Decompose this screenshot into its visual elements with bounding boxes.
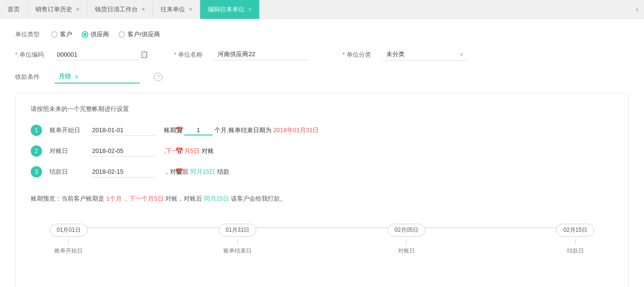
step-row-3: 3 结款日 📅 ，对账后 同月15日 结款: [31, 166, 613, 177]
radio-group: 客户 供应商 客户/供应商: [51, 30, 160, 39]
timeline-label-1: 账单开始日: [54, 247, 83, 255]
step-label-2: 对账日: [50, 147, 83, 155]
step-date-3[interactable]: 📅: [90, 166, 156, 177]
timeline-node-2: 01月31日 账单结束日: [219, 224, 257, 255]
timeline-pill-1: 01月01日: [50, 224, 88, 236]
step-label-1: 账单开始日: [50, 126, 83, 135]
preview-part3: 对账，对账后: [165, 195, 202, 202]
radio-supplier-circle: [82, 31, 88, 38]
radio-supplier[interactable]: 供应商: [82, 30, 109, 39]
tab-home[interactable]: 首页: [0, 0, 28, 19]
timeline-pill-4: 02月15日: [556, 224, 594, 236]
timeline: 01月01日 账单开始日 01月31日 账单结束日 02月05日 对账: [31, 214, 613, 274]
step-date-1[interactable]: 📅: [90, 125, 156, 136]
tab-cash-work-label: 钱货日清工作台: [95, 5, 138, 14]
radio-customer[interactable]: 客户: [51, 30, 72, 39]
unit-code-field[interactable]: 📋: [55, 49, 140, 60]
step-row-2: 2 对账日 📅 ,下一个月5日 对账: [31, 145, 613, 157]
step-date-input-3[interactable]: [90, 166, 173, 177]
tab-edit-partner-label: 编辑往来单位: [208, 5, 245, 14]
step-row-1: 1 账单开始日 📅 账期为 个月,账单结束日期为 2018年01月31日: [31, 125, 613, 136]
tab-edit-partner[interactable]: 编辑往来单位 ×: [200, 0, 260, 19]
unit-name-label: 单位名称: [174, 51, 203, 59]
step-desc-1: 账期为 个月,账单结束日期为 2018年01月31日: [164, 126, 319, 135]
tab-bar: 首页 销售订单历史 × 钱货日清工作台 × 往来单位 × 编辑往来单位 × ›: [0, 0, 644, 19]
unit-category-value: 未分类: [386, 50, 459, 59]
tab-partner[interactable]: 往来单位 ×: [153, 0, 200, 19]
step-desc-2: ,下一个月5日 对账: [164, 147, 214, 155]
month-input[interactable]: [184, 126, 212, 135]
radio-customer-circle: [51, 31, 58, 38]
timeline-tick-4: [575, 239, 576, 244]
unit-category-select[interactable]: 未分类 ∨: [382, 48, 467, 61]
tab-home-label: 首页: [8, 5, 20, 14]
payment-arrow: ∨: [75, 73, 79, 80]
tab-cash-work[interactable]: 钱货日清工作台 ×: [87, 0, 153, 19]
tab-expand-button[interactable]: ›: [630, 0, 644, 19]
payment-select[interactable]: 月结 ∨: [55, 70, 140, 84]
step-num-1: 1: [31, 125, 42, 136]
billing-card: 请按照未来的一个完整帐期进行设置 1 账单开始日 📅 账期为 个月,账单结束日期…: [15, 93, 629, 287]
radio-both[interactable]: 客户/供应商: [119, 30, 160, 39]
timeline-node-1: 01月01日 账单开始日: [50, 224, 88, 255]
step-desc-suffix-2: 对账: [202, 147, 214, 155]
radio-supplier-label: 供应商: [91, 30, 109, 39]
unit-code-icon[interactable]: 📋: [138, 51, 150, 58]
main-content: 单位类型 客户 供应商 客户/供应商 单位编码 📋 单位名称 单位分类: [0, 19, 644, 287]
timeline-label-2: 账单结束日: [223, 247, 252, 255]
timeline-nodes: 01月01日 账单开始日 01月31日 账单结束日 02月05日 对账: [50, 224, 594, 255]
timeline-pill-2: 01月31日: [219, 224, 257, 236]
timeline-label-3: 对账日: [398, 247, 415, 255]
timeline-label-4: 结款日: [567, 247, 584, 255]
unit-code-input[interactable]: [55, 49, 138, 60]
step-date-input-1[interactable]: [90, 125, 173, 135]
payment-value: 月结: [59, 72, 71, 81]
step-desc-highlight-3: 同月15日: [190, 168, 215, 176]
tab-edit-partner-close[interactable]: ×: [248, 6, 252, 13]
help-icon[interactable]: ?: [154, 73, 162, 81]
step-desc-suffix-3: 结款: [217, 168, 229, 176]
step-desc-suffix-1: 个月,账单结束日期为: [214, 126, 271, 135]
unit-type-label: 单位类型: [15, 30, 40, 39]
card-title: 请按照未来的一个完整帐期进行设置: [31, 105, 613, 113]
unit-category-label: 单位分类: [342, 51, 371, 59]
step-desc-prefix-3: ，对账后: [164, 168, 188, 176]
radio-customer-label: 客户: [60, 30, 72, 39]
tab-sales-history-close[interactable]: ×: [76, 6, 79, 13]
step-date-2[interactable]: 📅: [90, 145, 156, 157]
step-date-input-2[interactable]: [90, 145, 173, 156]
tab-partner-label: 往来单位: [161, 5, 185, 14]
step-desc-3: ，对账后 同月15日 结款: [164, 168, 229, 176]
tab-sales-history-label: 销售订单历史: [35, 5, 72, 14]
step-num-2: 2: [31, 145, 42, 157]
timeline-tick-3: [406, 239, 407, 244]
unit-code-label: 单位编码: [15, 51, 44, 59]
preview-part1: 1个月: [106, 195, 122, 202]
unit-name-input[interactable]: [214, 49, 308, 60]
step-num-3: 3: [31, 166, 42, 177]
tab-partner-close[interactable]: ×: [189, 6, 192, 13]
timeline-tick-1: [68, 239, 69, 244]
preview-part4: 同月15日: [204, 195, 229, 202]
preview-label: 账期预览：当前客户账期是: [31, 195, 104, 202]
step-desc-prefix-1: 账期为: [164, 126, 182, 135]
step-desc-middle-2: ,下一个月5日: [164, 147, 200, 155]
timeline-node-3: 02月05日 对账日: [388, 224, 426, 255]
unit-info-row: 单位编码 📋 单位名称 单位分类 未分类 ∨: [15, 48, 629, 61]
preview-part5: 该客户会给我打款。: [231, 195, 286, 202]
tab-sales-history[interactable]: 销售订单历史 ×: [28, 0, 87, 19]
payment-label: 收款条件: [15, 73, 40, 81]
timeline-pill-3: 02月05日: [388, 224, 426, 236]
step-label-3: 结款日: [50, 168, 83, 176]
timeline-tick-2: [237, 239, 238, 244]
step-end-date: 2018年01月31日: [273, 126, 319, 135]
payment-row: 收款条件 月结 ∨ ?: [15, 70, 629, 84]
radio-both-label: 客户/供应商: [127, 30, 160, 39]
timeline-node-4: 02月15日 结款日: [556, 224, 594, 255]
unit-type-row: 单位类型 客户 供应商 客户/供应商: [15, 30, 629, 39]
preview-text: 账期预览：当前客户账期是 1个月 ，下一个月5日 对账，对账后 同月15日 该客…: [31, 194, 613, 203]
radio-both-circle: [119, 31, 125, 38]
tab-cash-work-close[interactable]: ×: [142, 6, 145, 13]
preview-section: 账期预览：当前客户账期是 1个月 ，下一个月5日 对账，对账后 同月15日 该客…: [31, 187, 613, 281]
preview-part2: ，下一个月5日: [123, 195, 163, 202]
